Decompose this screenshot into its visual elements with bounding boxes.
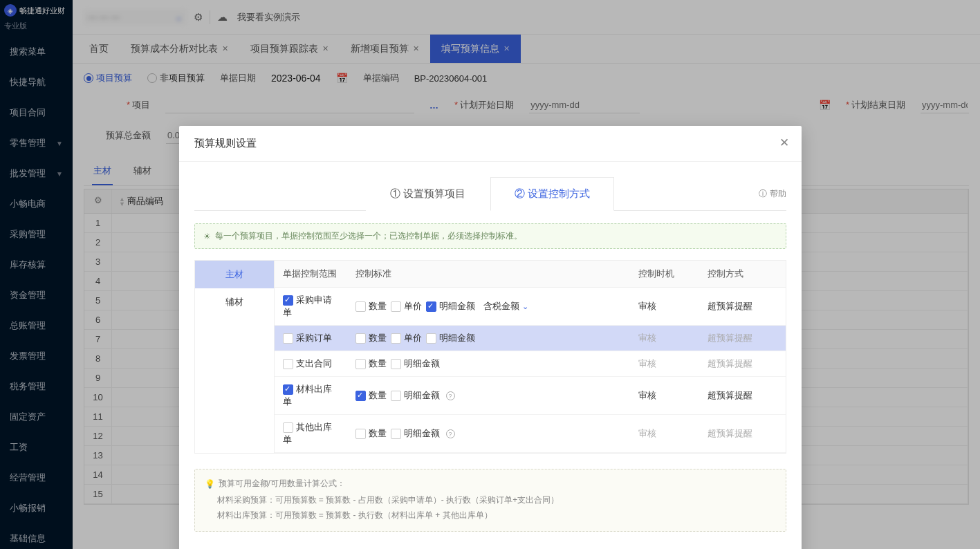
rule-row-0: 采购申请单数量单价明细金额含税金额⌄审核超预算提醒 [275, 288, 786, 326]
chevron-down-icon[interactable]: ⌄ [522, 302, 528, 310]
formula-box: 💡预算可用金额/可用数量计算公式： 材料采购预算：可用预算数 = 预算数 - 占… [194, 469, 786, 532]
info-icon[interactable]: ? [446, 391, 455, 400]
rule-row-3: 材料出库单数量明细金额?审核超预算提醒 [275, 377, 786, 415]
modal-overlay: 预算规则设置 ✕ ① 设置预算项目 ② 设置控制方式 ⓘ 帮助 ☀ 每⼀个预算项… [0, 0, 980, 549]
info-icon[interactable]: ? [446, 429, 455, 438]
rule-row-1: 采购订单数量单价明细金额审核超预算提醒 [275, 326, 786, 351]
checkbox-price[interactable] [391, 301, 401, 312]
checkbox-scope[interactable] [283, 295, 293, 306]
checkbox-detail[interactable] [426, 301, 436, 312]
checkbox-detail[interactable] [391, 359, 401, 369]
checkbox-detail[interactable] [391, 391, 401, 401]
tip-icon: ☀ [203, 232, 211, 241]
checkbox-qty[interactable] [355, 359, 366, 369]
rule-table: 单据控制范围 控制标准 控制时机 控制方式 采购申请单数量单价明细金额含税金额⌄… [275, 261, 786, 453]
rule-row-2: 支出合同数量明细金额审核超预算提醒 [275, 351, 786, 377]
rule-panel: 主材 辅材 单据控制范围 控制标准 控制时机 控制方式 采购申请单数量单价明细金… [194, 260, 786, 454]
checkbox-scope[interactable] [283, 359, 293, 369]
close-icon[interactable]: ✕ [779, 136, 789, 150]
col-timing: 控制时机 [630, 261, 699, 287]
help-link[interactable]: ⓘ 帮助 [759, 188, 786, 200]
checkbox-scope[interactable] [283, 384, 293, 395]
rule-side-aux[interactable]: 辅材 [195, 288, 274, 316]
rule-side-tabs: 主材 辅材 [195, 261, 275, 453]
col-scope: 单据控制范围 [275, 261, 347, 287]
checkbox-price[interactable] [391, 333, 401, 344]
checkbox-scope[interactable] [283, 333, 293, 344]
checkbox-qty[interactable] [355, 429, 366, 439]
col-mode: 控制方式 [699, 261, 786, 287]
step-tab-2[interactable]: ② 设置控制方式 [490, 177, 614, 211]
checkbox-qty[interactable] [355, 391, 366, 401]
col-standard: 控制标准 [347, 261, 630, 287]
step-tab-1[interactable]: ① 设置预算项目 [366, 177, 490, 211]
bulb-icon: 💡 [205, 479, 215, 489]
checkbox-detail[interactable] [391, 429, 401, 439]
checkbox-detail[interactable] [426, 333, 436, 344]
checkbox-scope[interactable] [283, 422, 293, 433]
budget-rule-modal: 预算规则设置 ✕ ① 设置预算项目 ② 设置控制方式 ⓘ 帮助 ☀ 每⼀个预算项… [179, 126, 802, 549]
tip-banner: ☀ 每⼀个预算项⽬，单据控制范围⾄少选择⼀个；已选控制单据，必须选择控制标准。 [194, 223, 786, 249]
checkbox-qty[interactable] [355, 333, 366, 344]
checkbox-qty[interactable] [355, 301, 366, 312]
modal-title: 预算规则设置 [194, 137, 257, 149]
rule-row-4: 其他出库单数量明细金额?审核超预算提醒 [275, 415, 786, 453]
rule-side-main[interactable]: 主材 [195, 261, 274, 288]
modal-header: 预算规则设置 ✕ [179, 126, 802, 162]
